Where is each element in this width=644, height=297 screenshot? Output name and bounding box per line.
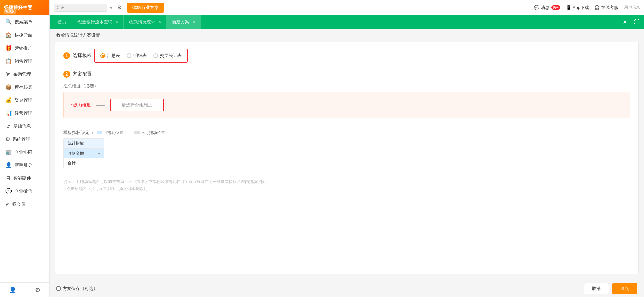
gear-button[interactable]: ⚙: [115, 3, 124, 12]
dim-placeholder[interactable]: 请选择分组维度: [110, 99, 164, 111]
tab-home-label: 首页: [58, 19, 66, 25]
tabs-close-icon[interactable]: ✕: [620, 17, 629, 27]
step2-title: 方案配置: [73, 71, 92, 77]
breadcrumb-input[interactable]: CaR: [54, 4, 107, 12]
sidebar-menu: 🔍搜索菜单🏠快捷导航🎁营销推广📋销售管理🛍采购管理📦库存核算💰资金管理📊经营管理…: [0, 15, 49, 282]
tabs-bar: 首页 现金银行流水查询 × 收款情况统计 × 新建方案 × ✕ ⛶: [50, 15, 644, 29]
tab-bank-flow-label: 现金银行流水查询: [77, 19, 112, 25]
sidebar-icon: 🎁: [5, 45, 12, 51]
step1-badge: 1: [63, 52, 70, 59]
sidebar-logo: 畅捷通好生意 标准版: [0, 0, 49, 15]
sidebar-item-资金管理[interactable]: 💰资金管理: [0, 94, 49, 107]
indicator-label: 模板指标设定（ 可拖动位置 不可拖动位置）: [63, 130, 630, 136]
sidebar-bottom-left[interactable]: 👤: [9, 286, 16, 294]
indicator-settings: 模板指标设定（ 可拖动位置 不可拖动位置） 统计指标: [63, 130, 630, 174]
step1-title: 选择模板: [73, 53, 92, 59]
sidebar-item-畅会员[interactable]: ✔畅会员: [0, 198, 49, 211]
sidebar-item-采购管理[interactable]: 🛍采购管理: [0, 68, 49, 81]
step1-section: 1 选择模板 汇总表 明细表: [63, 49, 630, 63]
radio-cross-label: 交叉统计表: [160, 53, 182, 59]
hint-line-1: 提示： 1.拖动标题栏可以调整布局，不可跨维度或指标区域拖动栏目字段（只能在同一…: [63, 179, 630, 185]
download-item[interactable]: 📱 App下载: [566, 5, 589, 11]
stats-item-chevron[interactable]: ▾: [98, 151, 100, 156]
sidebar-icon: 👤: [5, 162, 12, 168]
tab-new-plan[interactable]: 新建方案 ×: [167, 15, 201, 29]
sidebar-icon: 🏠: [5, 32, 12, 38]
sidebar-item-库存核算[interactable]: 📦库存核算: [0, 81, 49, 94]
cancel-button[interactable]: 取消: [584, 283, 609, 294]
save-checkbox[interactable]: 方案保存（可选）: [56, 286, 98, 292]
sidebar-item-label: 企业微信: [15, 188, 32, 194]
sidebar-item-经营管理[interactable]: 📊经营管理: [0, 107, 49, 120]
sidebar-item-搜索菜单[interactable]: 🔍搜索菜单: [0, 15, 49, 29]
sidebar-item-label: 资金管理: [15, 97, 32, 103]
stats-item-amount-label: 收款金额: [68, 151, 96, 156]
service-icon: 🎧: [594, 5, 600, 10]
sidebar-item-label: 企业协同: [15, 149, 32, 155]
legend-move-label: 可拖动位置: [103, 130, 123, 136]
sidebar-item-label: 智能硬件: [13, 175, 31, 181]
trial-button[interactable]: 体验行业方案: [127, 3, 164, 13]
header-right: 💬 消息 99+ 📱 App下载 🎧 在线客服 用户信息: [534, 5, 640, 11]
service-item[interactable]: 🎧 在线客服: [594, 5, 619, 11]
sidebar-item-智能硬件[interactable]: 🖥智能硬件: [0, 172, 49, 185]
sidebar-item-企业微信[interactable]: 💬企业微信: [0, 185, 49, 198]
content-area: 收款情况统计方案设置 1 选择模板 汇总表 明细表: [50, 29, 644, 297]
user-info[interactable]: 用户信息: [624, 5, 640, 10]
sidebar-item-企业协同[interactable]: 🏢企业协同: [0, 146, 49, 159]
sidebar-icon: ✔: [5, 201, 10, 207]
stats-header: 统计指标: [64, 139, 104, 149]
sidebar-item-label: 畅会员: [12, 201, 25, 207]
radio-detail-dot: [127, 53, 131, 58]
page-title: 收款情况统计方案设置: [50, 29, 644, 42]
sidebar-item-系统管理[interactable]: ⚙系统管理: [0, 133, 49, 146]
query-button[interactable]: 查询: [612, 283, 637, 294]
radio-summary-label: 汇总表: [107, 53, 120, 59]
sidebar-bottom: 👤 ⚙: [0, 282, 49, 297]
radio-cross[interactable]: 交叉统计表: [153, 53, 182, 59]
stats-item-amount[interactable]: 收款金额 ▾: [64, 149, 104, 158]
sidebar-item-label: 搜索菜单: [15, 19, 32, 25]
sidebar-item-营销推广[interactable]: 🎁营销推广: [0, 42, 49, 55]
notification-label: 消息: [541, 5, 549, 11]
sidebar-icon: 🏢: [5, 149, 12, 155]
radio-summary-dot: [100, 53, 105, 58]
sidebar: 畅捷通好生意 标准版 🔍搜索菜单🏠快捷导航🎁营销推广📋销售管理🛍采购管理📦库存核…: [0, 0, 50, 297]
sidebar-icon: 📊: [5, 110, 12, 116]
template-selector: 汇总表 明细表 交叉统计表: [94, 49, 188, 63]
save-checkbox-input[interactable]: [56, 286, 61, 291]
footer: 方案保存（可选） 取消 查询: [50, 280, 644, 297]
tab-bank-flow-close[interactable]: ×: [116, 20, 118, 24]
vertical-dim-label: * 纵向维度: [70, 102, 91, 108]
tabs-bar-right: ✕ ⛶: [620, 17, 641, 27]
notification-item[interactable]: 💬 消息 99+: [534, 5, 560, 11]
sidebar-icon: 📦: [5, 84, 12, 90]
top-header: CaR ▾ ⚙ 体验行业方案 💬 消息 99+ 📱 App下载 🎧 在线客服 用…: [50, 0, 644, 15]
radio-summary[interactable]: 汇总表: [100, 53, 120, 59]
hint-line-2: 2.点击标题栏下拉可设置排序、插入列和删除列: [63, 186, 630, 192]
tab-collection-stats[interactable]: 收款情况统计 ×: [124, 15, 167, 29]
download-label: App下载: [573, 5, 589, 11]
tab-bank-flow[interactable]: 现金银行流水查询 ×: [72, 15, 124, 29]
hints: 提示： 1.拖动标题栏可以调整布局，不可跨维度或指标区域拖动栏目字段（只能在同一…: [63, 179, 630, 192]
tab-collection-stats-close[interactable]: ×: [159, 20, 161, 24]
sidebar-icon: 🗂: [5, 123, 11, 129]
legend-fixed-label: 不可拖动位置）: [141, 130, 169, 136]
step2-header: 2 方案配置: [63, 71, 630, 78]
breadcrumb-chevron[interactable]: ▾: [110, 5, 112, 10]
sidebar-bottom-right[interactable]: ⚙: [35, 286, 40, 294]
legend-move-icon: [97, 131, 102, 134]
radio-detail-label: 明细表: [133, 53, 147, 59]
sidebar-item-基础信息[interactable]: 🗂基础信息: [0, 120, 49, 133]
sidebar-icon: 🛍: [5, 71, 11, 77]
sidebar-item-新手引导[interactable]: 👤新手引导: [0, 159, 49, 172]
download-icon: 📱: [566, 5, 571, 10]
tab-new-plan-close[interactable]: ×: [193, 20, 195, 24]
tabs-expand-icon[interactable]: ⛶: [632, 17, 641, 27]
sidebar-item-label: 基础信息: [13, 123, 31, 129]
sidebar-item-快捷导航[interactable]: 🏠快捷导航: [0, 29, 49, 42]
tab-home[interactable]: 首页: [52, 15, 72, 29]
radio-detail[interactable]: 明细表: [127, 53, 147, 59]
dimension-area: * 纵向维度 —— 请选择分组维度: [63, 92, 630, 118]
sidebar-item-销售管理[interactable]: 📋销售管理: [0, 55, 49, 68]
